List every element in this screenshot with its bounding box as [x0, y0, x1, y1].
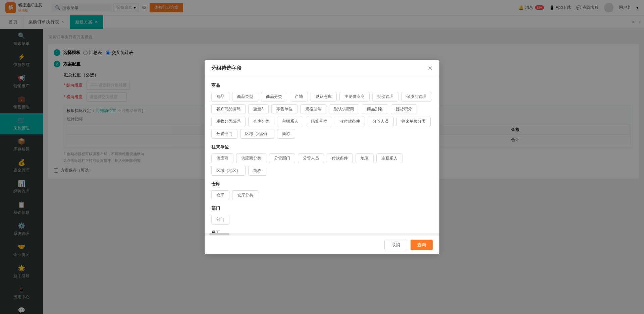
- field-tag[interactable]: 分管部门: [269, 153, 295, 163]
- modal-title: 分组待选字段: [211, 65, 241, 71]
- field-tags-warehouse: 仓库仓库分类: [211, 190, 433, 200]
- field-tag[interactable]: 规格型号: [300, 104, 326, 114]
- field-tag[interactable]: 产地: [290, 92, 308, 102]
- field-section-partner: 往来单位 供应商供应商分类分管部门分管人员付款条件地区主联系人区域（地区）简称: [211, 144, 433, 176]
- field-tag[interactable]: 批次管理: [372, 92, 398, 102]
- modal-body: 商品 商品商品类型商品分类产地默认仓库主要供应商批次管理保质期管理客户商品编码重…: [205, 77, 439, 233]
- field-tag[interactable]: 默认仓库: [311, 92, 337, 102]
- field-tag[interactable]: 部门: [211, 215, 229, 225]
- confirm-button[interactable]: 查询: [411, 240, 433, 250]
- modal-footer: 取消 查询: [205, 235, 439, 254]
- field-section-dept: 部门 部门: [211, 205, 433, 225]
- field-tags-product: 商品商品类型商品分类产地默认仓库主要供应商批次管理保质期管理客户商品编码重量3零…: [211, 92, 433, 139]
- modal-close-icon[interactable]: ✕: [428, 65, 433, 72]
- field-section-staff: 员工 业务员: [211, 230, 433, 233]
- field-section-staff-title: 员工: [211, 230, 433, 233]
- field-section-partner-title: 往来单位: [211, 144, 433, 150]
- field-section-product: 商品 商品商品类型商品分类产地默认仓库主要供应商批次管理保质期管理客户商品编码重…: [211, 82, 433, 139]
- field-tag[interactable]: 主要供应商: [339, 92, 370, 102]
- field-tag[interactable]: 重量3: [248, 104, 269, 114]
- field-tag[interactable]: 商品分类: [261, 92, 287, 102]
- modal-hscrollbar[interactable]: [205, 233, 439, 235]
- field-tag[interactable]: 往来单位分类: [396, 117, 431, 126]
- field-tags-dept: 部门: [211, 215, 433, 225]
- field-tags-partner: 供应商供应商分类分管部门分管人员付款条件地区主联系人区域（地区）简称: [211, 153, 433, 176]
- field-tag[interactable]: 客户商品编码: [211, 104, 246, 114]
- modal-overlay: 分组待选字段 ✕ 商品 商品商品类型商品分类产地默认仓库主要供应商批次管理保质期…: [0, 0, 644, 314]
- field-tag[interactable]: 地区: [356, 153, 374, 163]
- field-section-dept-title: 部门: [211, 205, 433, 211]
- field-section-warehouse-title: 仓库: [211, 181, 433, 187]
- field-tag[interactable]: 商品类型: [232, 92, 258, 102]
- field-tag[interactable]: 付款条件: [327, 153, 353, 163]
- field-tag[interactable]: 保质期管理: [401, 92, 431, 102]
- field-tag[interactable]: 默认供应商: [329, 104, 359, 114]
- field-tag[interactable]: 商品别名: [362, 104, 388, 114]
- cancel-button[interactable]: 取消: [384, 240, 407, 250]
- field-tag[interactable]: 分管人员: [368, 117, 394, 126]
- field-tag[interactable]: 主联系人: [277, 117, 303, 126]
- field-tag[interactable]: 简称: [248, 166, 266, 176]
- field-tag[interactable]: 拣货积分: [391, 104, 417, 114]
- field-tag[interactable]: 商品: [211, 92, 229, 102]
- field-tag[interactable]: 区域（地区）: [211, 166, 246, 176]
- field-section-product-title: 商品: [211, 82, 433, 88]
- field-tag[interactable]: 仓库分类: [232, 190, 258, 200]
- field-section-warehouse: 仓库 仓库仓库分类: [211, 181, 433, 200]
- field-tag[interactable]: 供应商: [211, 153, 233, 163]
- field-tag[interactable]: 供应商分类: [236, 153, 266, 163]
- modal: 分组待选字段 ✕ 商品 商品商品类型商品分类产地默认仓库主要供应商批次管理保质期…: [205, 60, 439, 254]
- field-tag[interactable]: 收付款条件: [335, 117, 365, 126]
- field-tag[interactable]: 分管人员: [298, 153, 324, 163]
- modal-header: 分组待选字段 ✕: [205, 60, 439, 77]
- field-tag[interactable]: 结算单位: [306, 117, 332, 126]
- field-tag[interactable]: 仓库: [211, 190, 229, 200]
- field-tag[interactable]: 区域（地区）: [240, 129, 274, 139]
- field-tag[interactable]: 税收分类编码: [211, 117, 246, 126]
- field-tag[interactable]: 主联系人: [376, 153, 402, 163]
- field-tag[interactable]: 简称: [277, 129, 295, 139]
- field-tag[interactable]: 仓库分类: [248, 117, 274, 126]
- field-tag[interactable]: 零售单位: [271, 104, 298, 114]
- field-tag[interactable]: 分管部门: [211, 129, 237, 139]
